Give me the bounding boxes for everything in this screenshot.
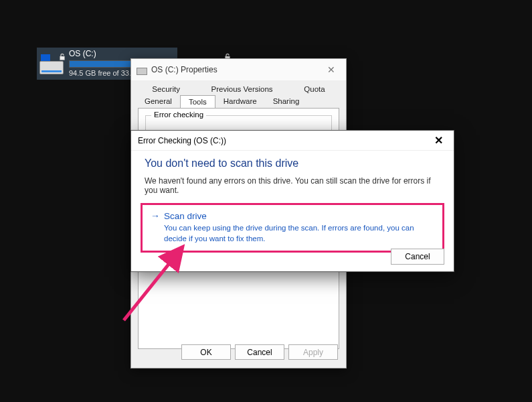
error-checking-title: Error Checking (OS (C:)) [138, 136, 226, 145]
cancel-button[interactable]: Cancel [235, 344, 284, 360]
tab-hardware[interactable]: Hardware [215, 95, 265, 108]
error-checking-subtext: We haven't found any errors on this driv… [145, 176, 440, 195]
tab-quota[interactable]: Quota [296, 83, 333, 95]
properties-title: OS (C:) Properties [151, 65, 217, 74]
arrow-right-icon: → [151, 210, 160, 221]
apply-button: Apply [288, 344, 338, 360]
error-checking-legend: Error checking [151, 111, 206, 119]
ok-button[interactable]: OK [181, 344, 231, 360]
drive-icon [39, 53, 64, 74]
cancel-button[interactable]: Cancel [391, 249, 444, 265]
error-checking-heading: You don't need to scan this drive [145, 157, 440, 170]
tab-previous-versions[interactable]: Previous Versions [203, 83, 281, 95]
scan-drive-desc: You can keep using the drive during the … [164, 223, 434, 244]
scan-drive-option[interactable]: → Scan drive You can keep using the driv… [141, 203, 444, 253]
tab-security[interactable]: Security [144, 83, 188, 95]
unlock-icon [58, 53, 66, 61]
tab-tools[interactable]: Tools [180, 95, 215, 108]
properties-titlebar[interactable]: OS (C:) Properties ✕ [131, 59, 346, 80]
close-icon[interactable]: ✕ [322, 62, 341, 78]
tab-general[interactable]: General [137, 95, 180, 108]
scan-drive-title: Scan drive [164, 211, 207, 221]
drive-icon [137, 64, 147, 75]
tab-sharing[interactable]: Sharing [265, 95, 308, 108]
error-checking-titlebar[interactable]: Error Checking (OS (C:)) ✕ [131, 131, 454, 151]
error-checking-dialog: Error Checking (OS (C:)) ✕ You don't nee… [130, 130, 454, 272]
close-icon[interactable]: ✕ [430, 133, 447, 148]
